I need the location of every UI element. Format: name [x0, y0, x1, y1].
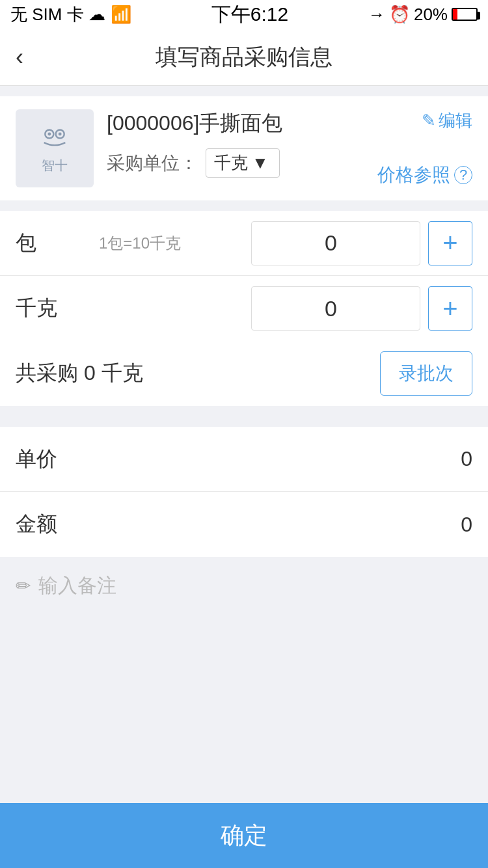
remark-section[interactable]: ✏ 输入备注	[0, 557, 488, 635]
divider-1	[0, 200, 488, 211]
summary-row: 共采购 0 千克 录批次	[0, 341, 488, 406]
edit-label: 编辑	[439, 109, 472, 132]
confirm-button[interactable]: 确定	[0, 803, 488, 868]
unit-label: 采购单位：	[107, 151, 198, 176]
batch-button[interactable]: 录批次	[380, 351, 472, 396]
summary-text: 共采购 0 千克	[16, 359, 143, 388]
kg-input[interactable]	[251, 286, 420, 331]
bag-input-row: 包 1包=10千克 +	[0, 211, 488, 276]
input-section: 包 1包=10千克 + 千克 +	[0, 211, 488, 341]
location-icon: →	[368, 5, 385, 25]
battery-icon	[452, 8, 478, 21]
alarm-icon: ⏰	[389, 5, 410, 25]
product-thumbnail: 智十	[16, 109, 94, 187]
unit-price-label: 单价	[16, 445, 57, 474]
bag-field-wrap: +	[181, 221, 472, 265]
divider-2	[0, 406, 488, 416]
unit-price-row: 单价 0	[0, 427, 488, 492]
edit-icon: ✎	[422, 111, 436, 131]
svg-point-2	[47, 133, 51, 136]
bag-sub-label: 1包=10千克	[99, 233, 181, 254]
page-title: 填写商品采购信息	[156, 42, 332, 72]
unit-value: 千克	[214, 152, 248, 174]
amount-row: 金额 0	[0, 492, 488, 557]
nav-bar: ‹ 填写商品采购信息	[0, 29, 488, 86]
price-section: 单价 0 金额 0	[0, 427, 488, 557]
kg-plus-button[interactable]: +	[428, 286, 472, 331]
amount-label: 金额	[16, 510, 57, 539]
kg-field-wrap: +	[94, 286, 472, 331]
bag-plus-button[interactable]: +	[428, 221, 472, 265]
kg-label: 千克	[16, 294, 94, 323]
status-left: 无 SIM 卡 ☁ 📶	[10, 3, 131, 26]
product-card: 智十 [0000006]手撕面包 采购单位： 千克 ▼ ✎ 编辑 价格参照 ?	[0, 96, 488, 200]
help-icon: ?	[454, 166, 472, 184]
remark-placeholder: 输入备注	[38, 573, 116, 599]
product-logo: 智十	[29, 122, 81, 174]
product-name: [0000006]手撕面包	[107, 109, 472, 138]
bag-input[interactable]	[251, 221, 420, 265]
sim-label: 无 SIM 卡 ☁	[10, 3, 105, 26]
status-right: → ⏰ 20%	[368, 5, 478, 25]
pencil-icon: ✏	[16, 575, 31, 597]
edit-button[interactable]: ✎ 编辑	[422, 109, 472, 132]
bag-label: 包	[16, 229, 94, 258]
unit-dropdown[interactable]: 千克 ▼	[206, 148, 280, 178]
battery-percent: 20%	[414, 5, 448, 25]
wifi-icon: 📶	[111, 5, 131, 25]
status-bar: 无 SIM 卡 ☁ 📶 下午6:12 → ⏰ 20%	[0, 0, 488, 29]
price-ref-label: 价格参照	[377, 163, 450, 187]
status-time: 下午6:12	[211, 1, 288, 28]
chevron-down-icon: ▼	[252, 153, 269, 173]
svg-point-3	[59, 133, 62, 136]
price-ref-button[interactable]: 价格参照 ?	[377, 163, 472, 187]
unit-price-value: 0	[461, 447, 472, 471]
amount-value: 0	[461, 513, 472, 537]
back-button[interactable]: ‹	[16, 44, 23, 71]
kg-input-row: 千克 +	[0, 276, 488, 341]
logo-text: 智十	[42, 157, 68, 174]
